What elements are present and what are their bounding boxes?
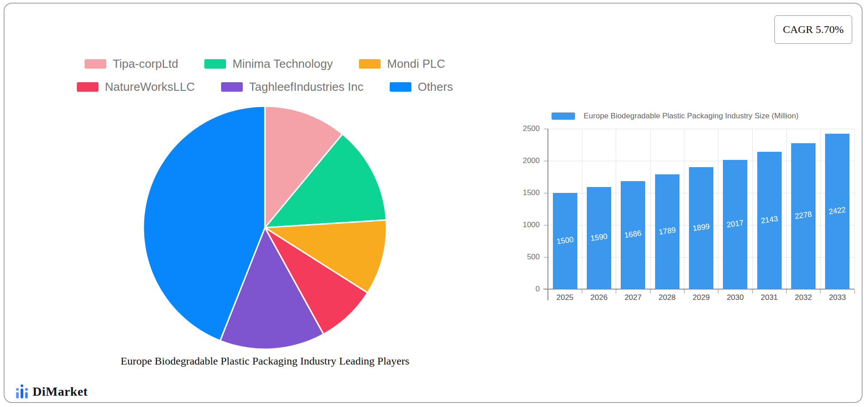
y-axis-tick-label: 500 — [511, 253, 540, 262]
gridline-vertical — [582, 129, 582, 289]
legend-item-minima-technology[interactable]: Minima Technology — [204, 57, 333, 71]
x-axis-tick-label: 2027 — [616, 293, 650, 302]
pie-legend: Tipa-corpLtdMinima TechnologyMondi PLC N… — [48, 57, 482, 94]
y-axis-tick — [544, 193, 548, 193]
y-axis-tick-label: 1000 — [511, 220, 540, 229]
bar-legend-swatch — [552, 112, 575, 120]
legend-item-taghleefindustries-inc[interactable]: TaghleefIndustries Inc — [221, 80, 363, 94]
legend-swatch — [77, 82, 99, 92]
y-axis-tick-label: 2000 — [511, 156, 540, 165]
bar-chart-legend[interactable]: Europe Biodegradable Plastic Packaging I… — [552, 112, 798, 121]
pie-legend-row: Tipa-corpLtdMinima TechnologyMondi PLC — [85, 57, 445, 71]
cagr-badge-label: CAGR 5.70% — [783, 23, 844, 36]
x-axis-tick-label: 2029 — [684, 293, 718, 302]
legend-swatch — [85, 59, 106, 69]
brand-name: DiMarket — [33, 384, 88, 399]
legend-swatch — [359, 59, 381, 69]
x-axis-tick-label: 2031 — [752, 293, 786, 302]
legend-item-others[interactable]: Others — [390, 80, 453, 94]
legend-item-natureworksllc[interactable]: NatureWorksLLC — [77, 80, 195, 94]
pie-chart-title: Europe Biodegradable Plastic Packaging I… — [48, 355, 482, 367]
x-axis-tick-label: 2032 — [786, 293, 820, 302]
gridline-vertical — [752, 129, 753, 289]
gridline-horizontal — [548, 129, 854, 129]
gridline-vertical — [684, 129, 684, 289]
legend-label: Mondi PLC — [387, 57, 445, 71]
legend-label: Tipa-corpLtd — [113, 57, 178, 71]
legend-swatch — [390, 82, 411, 92]
bar-chart-logo-icon — [15, 384, 29, 399]
gridline-vertical — [854, 129, 855, 289]
x-axis-tick-label: 2033 — [821, 293, 854, 302]
bar-chart-plot: 0500100015002000250015002025159020261686… — [548, 129, 854, 289]
y-axis-tick — [544, 161, 548, 161]
y-axis-tick — [544, 129, 548, 129]
legend-label: TaghleefIndustries Inc — [249, 80, 363, 94]
legend-item-tipa-corpltd[interactable]: Tipa-corpLtd — [85, 57, 178, 71]
x-axis-tick-label: 2030 — [718, 293, 752, 302]
y-axis-line — [547, 129, 548, 300]
pie-legend-row: NatureWorksLLCTaghleefIndustries IncOthe… — [77, 80, 453, 94]
pie-chart — [138, 101, 392, 354]
gridline-vertical — [650, 129, 651, 289]
bar-legend-label: Europe Biodegradable Plastic Packaging I… — [584, 112, 798, 121]
legend-item-mondi-plc[interactable]: Mondi PLC — [359, 57, 445, 71]
y-axis-tick — [544, 289, 548, 290]
cagr-badge: CAGR 5.70% — [774, 15, 852, 44]
gridline-vertical — [786, 129, 787, 289]
y-axis-tick — [544, 257, 548, 257]
legend-label: NatureWorksLLC — [105, 80, 195, 94]
legend-label: Minima Technology — [232, 57, 333, 71]
y-axis-tick-label: 0 — [511, 285, 540, 294]
gridline-vertical — [616, 129, 616, 289]
legend-swatch — [204, 59, 226, 69]
x-axis-tick-label: 2025 — [548, 293, 582, 302]
legend-label: Others — [418, 80, 453, 94]
gridline-vertical — [718, 129, 718, 289]
y-axis-tick — [544, 225, 548, 225]
x-axis-tick-label: 2028 — [650, 293, 684, 302]
x-axis-tick-label: 2026 — [582, 293, 616, 302]
legend-swatch — [221, 82, 243, 92]
y-axis-tick-label: 1500 — [511, 188, 540, 197]
gridline-vertical — [820, 129, 821, 289]
brand-logo[interactable]: DiMarket — [15, 384, 88, 399]
y-axis-tick-label: 2500 — [511, 124, 540, 133]
